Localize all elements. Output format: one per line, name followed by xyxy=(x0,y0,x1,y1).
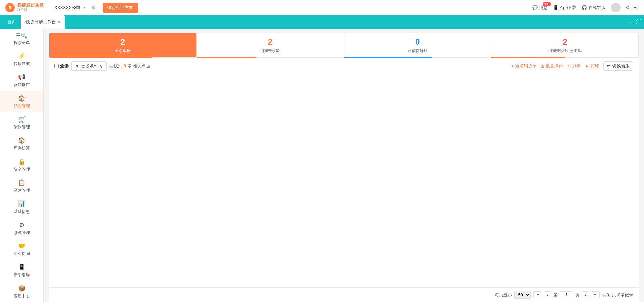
summary-card-shipped[interactable]: 2 到期未收款 已出库 xyxy=(491,33,638,58)
quick-nav-icon: ⚡ xyxy=(18,52,25,60)
print-icon: 🖨 xyxy=(585,64,589,69)
card-overdue-label: 到期未收款 xyxy=(202,48,338,54)
online-service-button[interactable]: 🎧 在线客服 xyxy=(582,5,606,11)
messages-button[interactable]: 💬 消息 99+ xyxy=(532,5,548,11)
operations-label: 经营管理 xyxy=(14,188,30,193)
sidebar-item-system[interactable]: ⚙ 系统管理 xyxy=(0,218,43,239)
refresh-label: 刷新 xyxy=(572,63,581,69)
newbie-icon: 📱 xyxy=(18,263,25,271)
active-tab-label: 钱货日清工作台 xyxy=(25,19,56,25)
phone-icon: 📱 xyxy=(553,5,558,10)
sidebar-item-purchase[interactable]: 🛒 采购管理 xyxy=(0,112,43,133)
online-service-label: 在线客服 xyxy=(588,5,606,11)
card-all-progress xyxy=(49,57,196,58)
batch-button[interactable]: ⊞ 批量操作 xyxy=(541,63,563,69)
toolbar-right: + 新增销货单 ⊞ 批量操作 ↻ 刷新 🖨 打印 ⇄ xyxy=(511,61,633,71)
first-page-button[interactable]: « xyxy=(533,291,542,298)
batch-label: 批量操作 xyxy=(546,63,563,69)
marketing-label: 营销推广 xyxy=(14,82,30,88)
tab-close-icon[interactable]: × xyxy=(58,20,60,24)
sidebar-search-menu[interactable]: ☰🔍 搜索菜单 xyxy=(0,29,43,49)
experience-button[interactable]: 体验行业方案 xyxy=(103,3,138,13)
app-download-button[interactable]: 📱 App下载 xyxy=(553,5,576,11)
prev-page-button[interactable]: ‹ xyxy=(544,291,551,298)
tab-home[interactable]: 首页 xyxy=(3,15,21,29)
logo-subtitle: 标准版 xyxy=(17,8,44,12)
summary-card-overdue[interactable]: 2 到期未收款 xyxy=(197,33,344,58)
pagination: 每页显示 50 « ‹ 第 页 › » 共0页，0条记录 xyxy=(49,287,639,302)
marketing-icon: 📢 xyxy=(18,73,25,81)
sidebar: ☰🔍 搜索菜单 ⚡ 快捷导航 📢 营销推广 🏠 销售管理 🛒 采购管理 🏠 库存… xyxy=(0,29,44,302)
filter-label: 更多条件 xyxy=(81,63,98,69)
card-all-label: 全部单据 xyxy=(55,48,191,54)
page-label: 第 xyxy=(553,292,558,298)
page-total: 共0页，0条记录 xyxy=(602,292,633,298)
logo-area: 6 畅捷通好生意 标准版 xyxy=(5,3,49,13)
search-menu-icon: ☰🔍 xyxy=(16,32,28,39)
company-name: XXXXXX公司 xyxy=(54,5,80,11)
switch-version-button[interactable]: ⇄ 切换新版 xyxy=(603,61,633,71)
sidebar-item-app-center[interactable]: 📦 应用中心 xyxy=(0,281,43,302)
card-wangpu-progress-bar xyxy=(344,57,432,58)
sales-label: 销售管理 xyxy=(14,103,30,109)
service-icon: 🎧 xyxy=(582,5,587,10)
logo-title: 畅捷通好生意 xyxy=(17,3,44,8)
found-text: 共找到 0 条 相关单据 xyxy=(109,63,150,69)
card-overdue-progress xyxy=(197,57,343,58)
basic-info-icon: 📊 xyxy=(18,200,25,207)
messages-badge: 99+ xyxy=(543,2,551,6)
top-header: 6 畅捷通好生意 标准版 XXXXXX公司 ▼ ⚙ 体验行业方案 💬 消息 99… xyxy=(0,0,644,15)
purchase-label: 采购管理 xyxy=(14,124,30,130)
select-all-checkbox[interactable]: 全选 xyxy=(54,63,69,69)
sidebar-item-newbie[interactable]: 📱 新手引导 xyxy=(0,260,43,281)
filter-icon: ▼ xyxy=(75,64,79,69)
add-sale-button[interactable]: + 新增销货单 xyxy=(511,63,537,69)
search-menu-label: 搜索菜单 xyxy=(14,40,30,46)
filter-button[interactable]: ▼ 更多条件 ∨ xyxy=(71,61,107,71)
tab-minimize-icon[interactable]: — xyxy=(627,19,632,25)
per-page-label: 每页显示 xyxy=(495,292,512,298)
tab-expand-icon[interactable]: ⛶ xyxy=(636,19,641,25)
avatar xyxy=(611,3,621,12)
print-label: 打印 xyxy=(591,63,599,69)
switch-label: 切换新版 xyxy=(612,63,630,69)
print-button[interactable]: 🖨 打印 xyxy=(585,63,599,69)
switch-icon: ⇄ xyxy=(607,64,611,69)
toolbar: 全选 ▼ 更多条件 ∨ 共找到 0 条 相关单据 + 新增销货单 ⊞ 批量操作 xyxy=(49,58,639,74)
sidebar-item-operations[interactable]: 📋 经营管理 xyxy=(0,176,43,197)
user-name: OfTEn xyxy=(626,5,639,10)
sidebar-item-marketing[interactable]: 📢 营销推广 xyxy=(0,70,43,91)
next-page-button[interactable]: › xyxy=(582,291,589,298)
purchase-icon: 🛒 xyxy=(18,116,25,123)
summary-card-wangpu[interactable]: 0 旺辅待确认 xyxy=(344,33,491,58)
per-page-select[interactable]: 50 xyxy=(514,291,531,299)
sidebar-item-sales[interactable]: 🏠 销售管理 xyxy=(0,91,43,112)
system-icon: ⚙ xyxy=(19,221,24,229)
select-all-label: 全选 xyxy=(60,63,69,69)
cooperation-label: 企业协同 xyxy=(14,251,30,257)
card-all-number: 2 xyxy=(55,37,191,47)
last-page-button[interactable]: » xyxy=(591,291,599,298)
app-center-icon: 📦 xyxy=(18,285,25,292)
sidebar-item-basic-info[interactable]: 📊 基础信息 xyxy=(0,197,43,218)
refresh-button[interactable]: ↻ 刷新 xyxy=(567,63,581,69)
select-all-input[interactable] xyxy=(54,64,59,68)
tab-bar: 首页 钱货日清工作台 × — ⛶ xyxy=(0,15,644,29)
basic-info-label: 基础信息 xyxy=(14,209,30,215)
page-suffix: 页 xyxy=(575,292,580,298)
message-icon: 💬 xyxy=(532,5,538,10)
sidebar-item-inventory[interactable]: 🏠 库存核算 xyxy=(0,133,43,155)
sidebar-item-finance[interactable]: 🔒 资金管理 xyxy=(0,155,43,176)
page-input[interactable] xyxy=(560,291,573,298)
summary-card-all[interactable]: 2 全部单据 xyxy=(49,33,197,58)
inventory-icon: 🏠 xyxy=(18,137,25,144)
sidebar-item-quick-nav[interactable]: ⚡ 快捷导航 xyxy=(0,49,43,70)
sidebar-item-cooperation[interactable]: 🤝 企业协同 xyxy=(0,239,43,260)
card-shipped-number: 2 xyxy=(497,37,633,47)
tab-active[interactable]: 钱货日清工作台 × xyxy=(21,15,65,29)
settings-icon[interactable]: ⚙ xyxy=(91,4,96,11)
card-overdue-progress-bar xyxy=(197,57,255,58)
operations-icon: 📋 xyxy=(18,179,25,186)
per-page: 每页显示 50 xyxy=(495,291,531,299)
company-selector[interactable]: XXXXXX公司 ▼ xyxy=(54,5,86,11)
